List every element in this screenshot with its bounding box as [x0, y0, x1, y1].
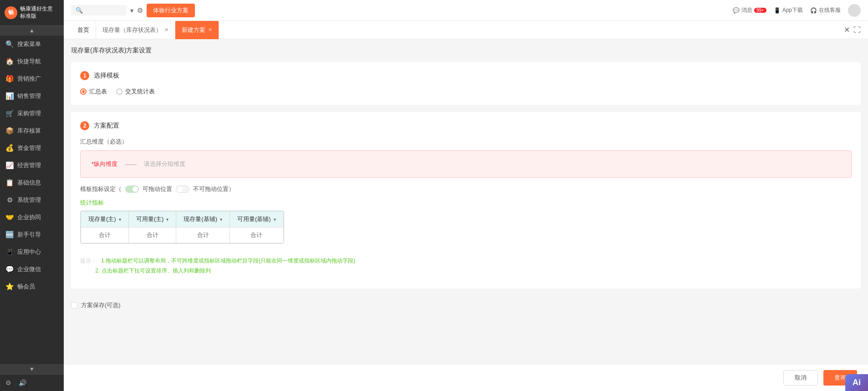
tab-close-btn[interactable]: ✕	[844, 26, 850, 34]
finance-icon: 💰	[5, 144, 14, 152]
save-scheme-row: 方案保存(可选)	[71, 296, 861, 315]
table-col-header[interactable]: 可用量(基辅)▾	[230, 211, 284, 227]
user-avatar[interactable]	[848, 4, 861, 17]
topbar-gear-icon[interactable]: ⚙	[137, 6, 143, 15]
operations-icon: 📈	[5, 161, 14, 170]
table-cell: 合计	[81, 227, 129, 243]
cancel-btn[interactable]: 取消	[783, 370, 818, 386]
sidebar-item-app-center[interactable]: 📱应用中心	[0, 243, 64, 261]
dim-required-area: *纵向维度 —— 请选择分组维度	[80, 150, 852, 178]
tip2: 2. 点击标题栏下拉可设置排序、插入列和删除列	[80, 266, 852, 276]
search-icon: 🔍	[76, 7, 83, 14]
search-input[interactable]	[86, 7, 122, 14]
sidebar-item-quick-nav[interactable]: 🏠快捷导航	[0, 53, 64, 70]
sidebar-item-wechat[interactable]: 💬企业微信	[0, 261, 64, 278]
radio-summary-dot	[80, 88, 87, 95]
app-center-icon: 📱	[5, 248, 14, 256]
dim-placeholder-text[interactable]: 请选择分组维度	[144, 160, 185, 168]
radio-cross-dot	[116, 88, 123, 95]
sidebar-item-sales[interactable]: 📊销售管理	[0, 87, 64, 105]
indicator-settings-label: 模板指标设定（ 可拖动位置 不可拖动位置）	[80, 185, 852, 193]
sidebar-label-search: 搜索菜单	[17, 40, 41, 48]
sidebar-label-vip: 畅会员	[17, 283, 35, 291]
tip-section: 提示： 1.拖动标题栏可以调整布局，不可跨维度或指标区域拖动栏目字段(只能在同一…	[80, 252, 852, 279]
basic-info-icon: 📋	[5, 179, 14, 187]
topbar: 🔍 ▾ ⚙ 体验行业方案 💬 消息 99+ 📱 App下载 🎧 在线客服	[64, 0, 868, 21]
table-cell: 合计	[230, 227, 284, 243]
system-icon: ⚙	[5, 196, 14, 204]
settings-icon[interactable]: ⚙	[5, 379, 11, 386]
save-scheme-label: 方案保存(可选)	[81, 301, 121, 309]
ai-badge[interactable]: Ai	[845, 374, 868, 391]
sidebar-scroll-down[interactable]: ▼	[0, 364, 64, 374]
sidebar-item-marketing[interactable]: 🎁营销推广	[0, 70, 64, 87]
sidebar-menu: 🔍搜索菜单🏠快捷导航🎁营销推广📊销售管理🛒采购管理📦库存核算💰资金管理📈经营管理…	[0, 36, 64, 364]
step2-header: 2 方案配置	[80, 121, 852, 130]
sidebar-item-basic-info[interactable]: 📋基础信息	[0, 174, 64, 191]
sidebar-item-system[interactable]: ⚙系统管理	[0, 191, 64, 209]
topbar-dropdown-btn[interactable]: ▾	[130, 7, 133, 14]
step1-header: 1 选择模板	[80, 71, 852, 80]
tab-new-scheme[interactable]: 新建方案 ✕	[175, 21, 219, 39]
sidebar-item-purchase[interactable]: 🛒采购管理	[0, 105, 64, 122]
radio-summary-label: 汇总表	[89, 87, 107, 96]
page-content: 现存量(库存状况表)方案设置 1 选择模板 汇总表 交叉统计表 2	[64, 39, 868, 364]
main-area: 🔍 ▾ ⚙ 体验行业方案 💬 消息 99+ 📱 App下载 🎧 在线客服	[64, 0, 868, 391]
sidebar-label-system: 系统管理	[17, 196, 41, 204]
sidebar-scroll-up[interactable]: ▲	[0, 26, 64, 36]
tab-inventory-label: 现存量（库存状况表）	[102, 26, 162, 34]
table-cell: 合计	[128, 227, 176, 243]
sidebar-label-operations: 经营管理	[17, 161, 41, 170]
indicator-settings: 模板指标设定（ 可拖动位置 不可拖动位置）	[80, 185, 852, 193]
message-icon: 💬	[733, 7, 740, 14]
app-logo: 畅 畅康通好生意 标准版	[0, 0, 64, 26]
save-scheme-checkbox[interactable]	[71, 302, 77, 309]
stats-table: 现存量(主)▾可用量(主)▾现存量(基辅)▾可用量(基辅)▾ 合计合计合计合计	[80, 211, 284, 244]
draggable-toggle[interactable]	[125, 185, 139, 193]
table-col-header[interactable]: 可用量(主)▾	[128, 211, 176, 227]
sidebar-label-new-guide: 新手引导	[17, 231, 41, 239]
radio-cross[interactable]: 交叉统计表	[116, 87, 155, 96]
topbar-left: 🔍 ▾ ⚙ 体验行业方案	[71, 4, 727, 17]
message-badge: 99+	[754, 8, 766, 13]
step1-section: 1 选择模板 汇总表 交叉统计表	[71, 62, 861, 105]
tab-home[interactable]: 首页	[71, 21, 96, 39]
app-download-btn[interactable]: 📱 App下载	[774, 6, 803, 14]
sales-icon: 📊	[5, 92, 14, 100]
sidebar-item-new-guide[interactable]: 🆕新手引导	[0, 226, 64, 243]
sidebar-item-vip[interactable]: ⭐畅会员	[0, 278, 64, 295]
sidebar-item-finance[interactable]: 💰资金管理	[0, 139, 64, 157]
tab-inventory-status[interactable]: 现存量（库存状况表） ✕	[96, 21, 175, 39]
topbar-search-box: 🔍	[71, 5, 127, 15]
col-chevron: ▾	[119, 217, 121, 222]
search-icon: 🔍	[5, 40, 14, 48]
radio-summary[interactable]: 汇总表	[80, 87, 107, 96]
radio-cross-label: 交叉统计表	[125, 87, 155, 96]
vip-icon: ⭐	[5, 283, 14, 291]
headset-icon: 🎧	[810, 7, 817, 14]
tab-expand-btn[interactable]: ⛶	[853, 26, 861, 34]
new-guide-icon: 🆕	[5, 231, 14, 239]
tip-label: 提示： 1.拖动标题栏可以调整布局，不可跨维度或指标区域拖动栏目字段(只能在同一…	[80, 256, 852, 266]
sidebar-label-marketing: 营销推广	[17, 75, 41, 83]
tab-new-scheme-close[interactable]: ✕	[208, 27, 212, 33]
tab-inventory-close[interactable]: ✕	[164, 27, 168, 33]
tab-home-label: 首页	[77, 26, 89, 34]
sidebar-item-operations[interactable]: 📈经营管理	[0, 157, 64, 174]
download-icon: 📱	[774, 7, 781, 14]
sidebar-item-inventory[interactable]: 📦库存核算	[0, 122, 64, 139]
non-draggable-indicator	[176, 185, 189, 193]
message-btn[interactable]: 💬 消息 99+	[733, 6, 766, 14]
volume-icon[interactable]: 🔊	[19, 379, 26, 386]
sidebar-item-cooperation[interactable]: 🤝企业协同	[0, 209, 64, 226]
sidebar-bottom: ⚙ 🔊	[0, 374, 64, 391]
sidebar-label-sales: 销售管理	[17, 92, 41, 100]
table-col-header[interactable]: 现存量(基辅)▾	[176, 211, 230, 227]
trial-btn[interactable]: 体验行业方案	[147, 4, 195, 17]
table-col-header[interactable]: 现存量(主)▾	[81, 211, 129, 227]
step1-badge: 1	[80, 71, 89, 80]
sidebar-label-cooperation: 企业协同	[17, 213, 41, 221]
template-radio-group: 汇总表 交叉统计表	[80, 87, 852, 96]
sidebar-item-search[interactable]: 🔍搜索菜单	[0, 36, 64, 53]
online-service-btn[interactable]: 🎧 在线客服	[810, 6, 841, 14]
